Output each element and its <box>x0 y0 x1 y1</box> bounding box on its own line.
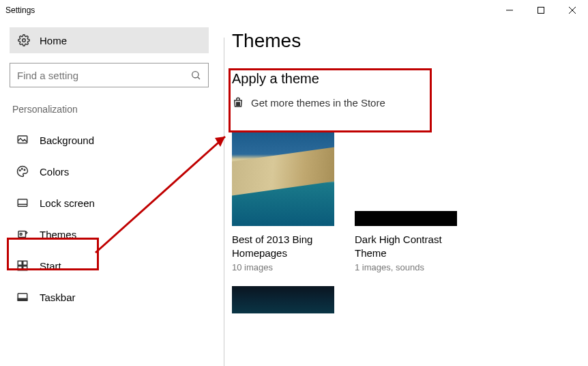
sidebar-item-label: Lock screen <box>40 197 95 209</box>
main-content: Themes Apply a theme Get more themes in … <box>218 20 588 366</box>
svg-rect-24 <box>238 104 239 106</box>
close-button[interactable] <box>557 0 588 20</box>
sidebar-item-lockscreen[interactable]: Lock screen <box>10 187 209 219</box>
theme-meta: 10 images <box>232 262 334 272</box>
theme-thumbnail[interactable] <box>232 286 334 313</box>
minimize-button[interactable] <box>494 0 525 20</box>
svg-rect-18 <box>23 266 27 270</box>
lockscreen-icon <box>16 197 29 209</box>
svg-rect-15 <box>18 261 22 265</box>
sidebar-item-label: Themes <box>40 229 76 240</box>
sidebar-item-label: Background <box>40 135 94 146</box>
search-input[interactable] <box>17 70 190 81</box>
theme-thumbnail <box>232 130 334 226</box>
search-icon <box>190 70 201 81</box>
home-button[interactable]: Home <box>10 27 209 53</box>
svg-rect-22 <box>238 102 239 104</box>
svg-rect-17 <box>18 266 22 270</box>
search-box[interactable] <box>10 63 209 87</box>
gear-icon <box>18 34 30 46</box>
sidebar-item-label: Taskbar <box>40 292 76 303</box>
svg-line-6 <box>198 77 200 79</box>
svg-point-14 <box>20 234 22 236</box>
sidebar-item-taskbar[interactable]: Taskbar <box>10 281 209 313</box>
sidebar: Home Personalization Background Colors L… <box>0 20 218 366</box>
sidebar-item-background[interactable]: Background <box>10 124 209 156</box>
section-label: Personalization <box>10 104 209 115</box>
svg-rect-1 <box>538 8 544 14</box>
svg-rect-16 <box>23 261 27 265</box>
theme-name: Best of 2013 Bing Homepages <box>232 233 334 259</box>
svg-rect-20 <box>18 298 27 300</box>
sidebar-item-label: Start <box>40 260 61 272</box>
svg-point-5 <box>192 72 199 78</box>
window-title: Settings <box>5 5 35 15</box>
home-label: Home <box>40 35 67 46</box>
theme-name: Dark High Contrast Theme <box>355 233 457 259</box>
theme-card[interactable]: Best of 2013 Bing Homepages 10 images <box>232 130 334 272</box>
taskbar-icon <box>16 291 29 303</box>
svg-rect-11 <box>18 199 27 207</box>
svg-point-10 <box>24 169 25 171</box>
store-link[interactable]: Get more themes in the Store <box>232 96 574 109</box>
svg-point-9 <box>22 169 23 170</box>
sidebar-item-label: Colors <box>40 166 69 178</box>
start-icon <box>16 259 29 272</box>
svg-point-8 <box>20 170 21 171</box>
maximize-button[interactable] <box>525 0 557 20</box>
window-controls <box>494 0 588 20</box>
svg-rect-23 <box>237 104 238 106</box>
sidebar-item-start[interactable]: Start <box>10 250 209 281</box>
theme-card[interactable]: Dark High Contrast Theme 1 images, sound… <box>355 130 457 272</box>
store-icon <box>232 96 244 109</box>
page-title: Themes <box>232 30 574 52</box>
themes-grid: Best of 2013 Bing Homepages 10 images Da… <box>232 130 574 272</box>
store-link-label: Get more themes in the Store <box>251 97 385 109</box>
svg-rect-21 <box>237 102 238 104</box>
svg-point-4 <box>23 39 26 42</box>
theme-thumbnail <box>355 130 457 226</box>
themes-icon <box>16 228 29 240</box>
sidebar-item-themes[interactable]: Themes <box>10 219 209 250</box>
titlebar: Settings <box>0 0 588 20</box>
apply-theme-title: Apply a theme <box>232 71 574 87</box>
sidebar-item-colors[interactable]: Colors <box>10 156 209 187</box>
theme-meta: 1 images, sounds <box>355 262 457 272</box>
apply-theme-section: Apply a theme Get more themes in the Sto… <box>232 68 574 121</box>
picture-icon <box>16 134 29 146</box>
palette-icon <box>16 165 29 178</box>
